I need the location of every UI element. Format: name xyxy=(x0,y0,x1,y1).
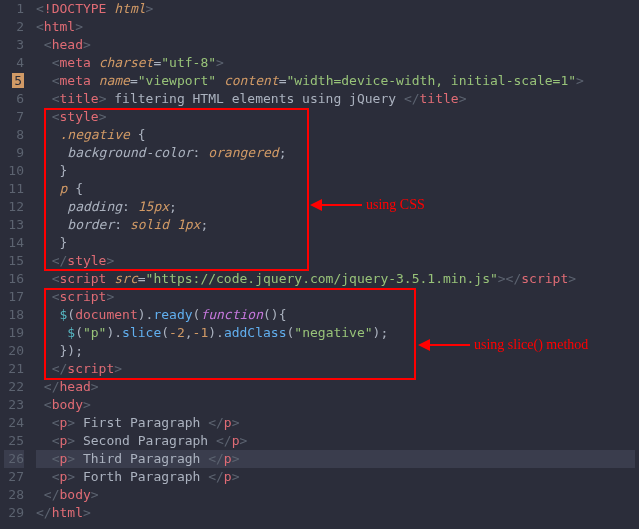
code-line: <p> First Paragraph </p> xyxy=(36,414,635,432)
code-line: <body> xyxy=(36,396,635,414)
line-number: 18 xyxy=(4,306,24,324)
line-number: 24 xyxy=(4,414,24,432)
line-number: 29 xyxy=(4,504,24,522)
code-line: <p> Third Paragragh </p> xyxy=(36,450,635,468)
code-line: </style> xyxy=(36,252,635,270)
annotation-arrow-css: using CSS xyxy=(310,196,425,214)
line-number: 27 xyxy=(4,468,24,486)
code-line: <p> Second Paragraph </p> xyxy=(36,432,635,450)
line-number: 3 xyxy=(4,36,24,54)
code-line: <html> xyxy=(36,18,635,36)
line-number: 26 xyxy=(4,450,24,468)
code-line: <script src="https://code.jquery.com/jqu… xyxy=(36,270,635,288)
line-number: 6 xyxy=(4,90,24,108)
annotation-label: using slice() method xyxy=(474,336,588,354)
code-line: background-color: orangered; xyxy=(36,144,635,162)
arrow-line xyxy=(322,204,362,206)
code-line: } xyxy=(36,234,635,252)
code-line: border: solid 1px; xyxy=(36,216,635,234)
line-number: 23 xyxy=(4,396,24,414)
code-line: <title> filtering HTML elements using jQ… xyxy=(36,90,635,108)
code-line: <meta name="viewport" content="width=dev… xyxy=(36,72,635,90)
code-line: </script> xyxy=(36,360,635,378)
code-line: <meta charset="utf-8"> xyxy=(36,54,635,72)
line-number: 11 xyxy=(4,180,24,198)
line-number: 9 xyxy=(4,144,24,162)
line-number: 14 xyxy=(4,234,24,252)
line-number: 20 xyxy=(4,342,24,360)
line-number: 19 xyxy=(4,324,24,342)
code-line: <head> xyxy=(36,36,635,54)
line-number: 28 xyxy=(4,486,24,504)
code-line: <script> xyxy=(36,288,635,306)
line-number: 15 xyxy=(4,252,24,270)
code-line: </html> xyxy=(36,504,635,522)
code-line: <!DOCTYPE html> xyxy=(36,0,635,18)
line-number: 2 xyxy=(4,18,24,36)
line-number: 22 xyxy=(4,378,24,396)
line-number-gutter: 1234567891011121314151617181920212223242… xyxy=(0,0,32,529)
line-number: 12 xyxy=(4,198,24,216)
code-line: } xyxy=(36,162,635,180)
code-line: $(document).ready(function(){ xyxy=(36,306,635,324)
line-number: 1 xyxy=(4,0,24,18)
code-line: .negative { xyxy=(36,126,635,144)
code-area[interactable]: <!DOCTYPE html> <html> <head> <meta char… xyxy=(32,0,639,529)
arrow-line xyxy=(430,344,470,346)
line-number: 7 xyxy=(4,108,24,126)
line-number: 8 xyxy=(4,126,24,144)
line-number: 13 xyxy=(4,216,24,234)
line-number: 4 xyxy=(4,54,24,72)
annotation-label: using CSS xyxy=(366,196,425,214)
arrow-head-icon xyxy=(418,339,430,351)
annotation-arrow-slice: using slice() method xyxy=(418,336,588,354)
code-line: </body> xyxy=(36,486,635,504)
line-number: 10 xyxy=(4,162,24,180)
code-line: <p> Forth Paragraph </p> xyxy=(36,468,635,486)
arrow-head-icon xyxy=(310,199,322,211)
code-editor: 1234567891011121314151617181920212223242… xyxy=(0,0,639,529)
line-number: 16 xyxy=(4,270,24,288)
code-line: </head> xyxy=(36,378,635,396)
line-number: 25 xyxy=(4,432,24,450)
code-line: <style> xyxy=(36,108,635,126)
line-number: 5 xyxy=(4,72,24,90)
line-number: 21 xyxy=(4,360,24,378)
line-number: 17 xyxy=(4,288,24,306)
